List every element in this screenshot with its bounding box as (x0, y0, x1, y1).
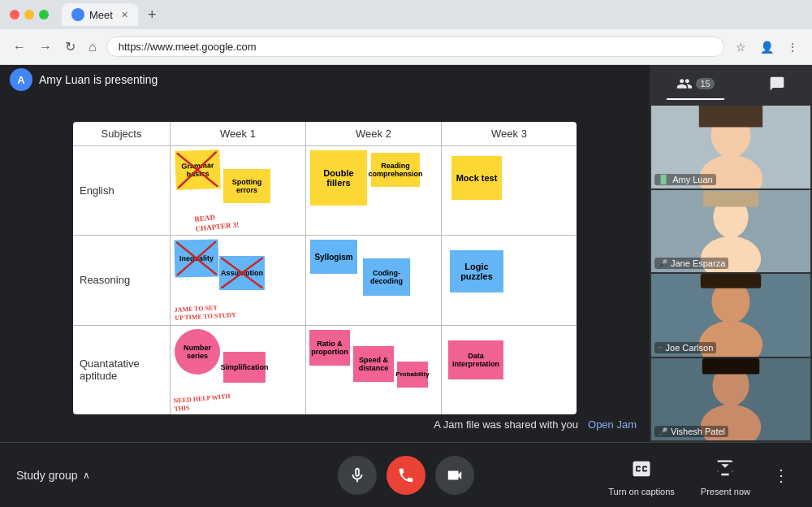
present-icon (714, 457, 736, 480)
present-label: Present now (701, 487, 750, 496)
sticky-ratio-proportion: Ratio & proportion (309, 330, 350, 366)
mic-btn[interactable] (338, 456, 377, 495)
presenter-text: Amy Luan is presenting (39, 73, 158, 86)
week3-english: Mock test (442, 146, 577, 235)
participant-tile-jane[interactable]: 🎤 Jane Esparza (651, 190, 810, 273)
week2-quantitative: Ratio & proportion Speed & distance Prob… (306, 326, 442, 414)
minimize-window-btn[interactable] (24, 10, 34, 20)
meeting-chevron-icon[interactable]: ∧ (83, 470, 90, 481)
profile-btn[interactable]: 👤 (757, 37, 776, 57)
jb-header-week1: Week 1 (171, 122, 306, 145)
captions-label: Turn on captions (608, 487, 675, 496)
maximize-window-btn[interactable] (39, 10, 49, 20)
captions-icon-wrap (627, 454, 656, 483)
bookmark-star-btn[interactable]: ☆ (731, 37, 750, 57)
browser-tab[interactable]: Meet ✕ (62, 3, 138, 26)
sticky-syllogism: Syllogism (310, 240, 357, 274)
sticky-spotting-errors: Spotting errors (223, 169, 270, 203)
hw-read-chapter: READCHAPTER 3! (194, 210, 240, 234)
mic-active-joe: ·· (658, 343, 663, 352)
jam-board: Subjects Week 1 Week 2 Week 3 English Gr… (73, 122, 577, 414)
jb-header-week2: Week 2 (306, 122, 442, 145)
subject-english: English (73, 146, 171, 235)
participants-list: ▐▌ Amy Luan 🎤 (650, 104, 812, 442)
jb-row-english: English Grammar basics Spotting errors R… (73, 146, 577, 236)
svg-rect-21 (702, 358, 760, 375)
notification-text: A Jam file was shared with you (434, 418, 578, 431)
sticky-double-fillers: Double fillers (310, 150, 367, 206)
end-call-btn[interactable] (387, 456, 425, 495)
meeting-name: Study group (16, 469, 78, 482)
mic-off-icon-jane: 🎤 (658, 259, 667, 268)
more-options-btn[interactable]: ⋮ (767, 461, 796, 490)
captions-btn[interactable]: Turn on captions (598, 448, 685, 503)
extensions-btn[interactable]: ⋮ (783, 37, 802, 57)
week1-quantitative: Number series Simplification NEED HELP W… (171, 326, 306, 414)
svg-rect-13 (703, 191, 759, 207)
new-tab-btn[interactable]: + (148, 7, 157, 22)
presenter-avatar: A (10, 68, 32, 91)
jb-row-quantitative: Quantatative aptitude Number series Simp… (73, 326, 577, 414)
sticky-mock-test: Mock test (451, 156, 502, 200)
sticky-speed-distance: Speed & distance (353, 346, 394, 382)
back-btn[interactable]: ← (10, 37, 29, 58)
week3-quantitative: Data Interpretation (442, 326, 577, 414)
participant-name-jane: 🎤 Jane Esparza (654, 258, 728, 269)
camera-icon (446, 466, 464, 484)
sticky-simplification: Simplification (223, 352, 266, 383)
week2-english: Double fillers Reading comprehension (306, 146, 442, 235)
participant-name-joe: ·· Joe Carlson (654, 342, 716, 353)
home-btn[interactable]: ⌂ (85, 37, 100, 58)
subject-quantitative: Quantatative aptitude (73, 326, 171, 414)
participant-tile-amy[interactable]: ▐▌ Amy Luan (651, 106, 810, 188)
captions-icon (630, 457, 653, 480)
right-controls: Turn on captions Present now ⋮ (598, 448, 796, 503)
present-now-btn[interactable]: Present now (691, 448, 760, 503)
camera-btn[interactable] (435, 456, 474, 495)
shared-screen: Subjects Week 1 Week 2 Week 3 English Gr… (0, 94, 650, 442)
sticky-logic-puzzles: Logic puzzles (450, 250, 503, 292)
sticky-reading-comprehension: Reading comprehension (371, 153, 420, 187)
tab-title: Meet (89, 9, 113, 21)
notification-bar: A Jam file was shared with you Open Jam (0, 406, 650, 442)
mic-icon (348, 466, 366, 484)
week2-reasoning: Syllogism Coding-decoding (306, 236, 442, 324)
svg-rect-17 (701, 274, 761, 288)
reload-btn[interactable]: ↻ (62, 36, 79, 58)
presenter-bar: A Amy Luan is presenting (0, 65, 812, 94)
address-bar[interactable] (106, 37, 724, 57)
mic-off-icon-vishesh: 🎤 (658, 427, 667, 436)
participant-tile-joe[interactable]: ·· Joe Carlson (651, 274, 810, 357)
center-controls (338, 456, 474, 495)
close-window-btn[interactable] (10, 10, 19, 20)
right-panel: 15 (650, 65, 812, 442)
mic-on-icon: ▐▌ (658, 175, 669, 184)
participant-name-vishesh: 🎤 Vishesh Patel (654, 426, 728, 437)
svg-rect-9 (699, 106, 762, 127)
meet-main: A Amy Luan is presenting Subjects Week 1… (0, 65, 812, 442)
participant-tile-vishesh[interactable]: 🎤 Vishesh Patel (651, 358, 810, 441)
sticky-inequality: Inequality (175, 240, 219, 278)
tab-favicon (71, 8, 84, 21)
meet-app: A Amy Luan is presenting Subjects Week 1… (0, 65, 812, 507)
meeting-info: Study group ∧ (16, 469, 90, 482)
sticky-grammar-basics: Grammar basics (175, 150, 221, 190)
week1-english: Grammar basics Spotting errors READCHAPT… (171, 146, 306, 235)
open-jam-btn[interactable]: Open Jam (588, 418, 637, 431)
jb-row-reasoning: Reasoning Inequality Assumption JAME TO … (73, 236, 577, 325)
bottom-toolbar: Study group ∧ Turn on captions (0, 442, 812, 507)
week1-reasoning: Inequality Assumption JAME TO SETUP TIME… (171, 236, 306, 324)
sticky-coding-decoding: Coding-decoding (363, 258, 410, 296)
forward-btn[interactable]: → (36, 37, 55, 58)
sticky-probability: Probability (397, 362, 428, 388)
end-call-icon (397, 466, 415, 484)
jb-header-subjects: Subjects (73, 122, 171, 145)
hw-jame-study: JAME TO SETUP TIME TO STUDY (175, 303, 237, 323)
subject-reasoning: Reasoning (73, 236, 171, 324)
jb-header-week3: Week 3 (442, 122, 577, 145)
sticky-number-series: Number series (175, 329, 220, 375)
sticky-data-interpretation: Data Interpretation (448, 340, 503, 379)
week3-reasoning: Logic puzzles (442, 236, 577, 324)
participant-name-amy: ▐▌ Amy Luan (654, 174, 716, 185)
tab-close-btn[interactable]: ✕ (121, 10, 128, 20)
